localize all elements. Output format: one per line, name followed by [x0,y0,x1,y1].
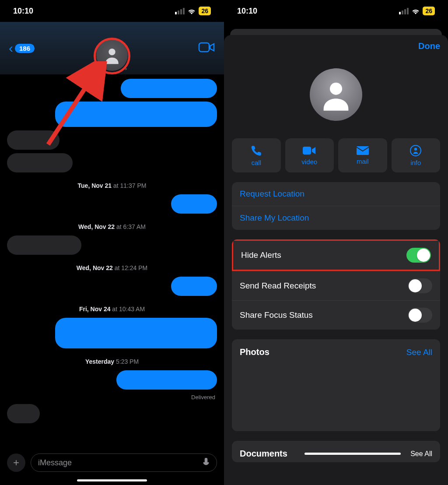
message-bubble-sent[interactable] [171,277,217,296]
share-my-location-row[interactable]: Share My Location [232,206,440,230]
documents-see-all-button[interactable]: See All [410,450,432,458]
info-person-icon [410,145,421,156]
documents-card: Documents See All [232,441,440,462]
done-button[interactable]: Done [418,41,440,51]
timestamp-separator: Fri, Nov 24 at 10:43 AM [7,306,217,313]
wifi-icon [411,7,420,14]
cellular-icon [399,8,409,14]
contact-detail-screen: 10:10 26 Done call video mail [224,0,448,485]
timestamp-separator: Yesterday 5:23 PM [7,358,217,365]
attach-button[interactable]: + [7,453,25,472]
conversation-header: ‹ 186 › [0,22,224,74]
message-bubble-received[interactable] [7,153,73,172]
action-label: mail [357,158,369,165]
row-label: Share My Location [240,213,309,223]
home-indicator[interactable] [77,479,147,481]
documents-title: Documents [240,449,287,459]
person-icon [102,46,122,65]
chevron-right-icon: › [125,65,127,72]
back-button[interactable]: ‹ 186 [9,41,35,56]
battery-indicator: 26 [423,7,435,15]
svg-rect-1 [199,43,209,52]
contact-name-row[interactable]: › [97,65,127,72]
person-icon [318,77,354,112]
mail-icon [357,146,369,155]
facetime-button[interactable] [198,41,215,55]
video-icon [303,146,316,155]
row-label: Share Focus Status [240,310,313,320]
detail-sheet: Done call video mail info [224,35,448,485]
notifications-card: Hide Alerts Send Read Receipts Share Foc… [232,239,440,330]
delivered-label: Delivered [191,394,215,401]
row-label: Hide Alerts [241,250,281,260]
share-focus-status-row[interactable]: Share Focus Status [232,300,440,330]
status-time: 10:10 [237,7,257,16]
message-bubble-received[interactable] [7,130,60,150]
action-label: video [301,158,317,165]
action-label: call [251,159,261,166]
status-indicators: 26 [399,7,435,15]
contact-avatar[interactable] [310,68,362,121]
read-receipts-toggle[interactable] [408,278,432,293]
message-input[interactable]: iMessage [31,453,217,472]
status-bar: 10:10 26 [0,0,224,22]
call-button[interactable]: call [232,138,281,172]
timestamp-separator: Tue, Nov 21 at 11:37 PM [7,182,217,189]
focus-status-toggle[interactable] [408,308,432,323]
hide-alerts-row[interactable]: Hide Alerts [232,239,440,271]
svg-point-4 [330,83,342,95]
unread-badge: 186 [15,44,35,53]
message-placeholder: iMessage [38,458,72,467]
send-read-receipts-row[interactable]: Send Read Receipts [232,271,440,300]
message-bubble-sent[interactable] [55,318,217,348]
message-bubble-received[interactable] [7,404,40,423]
request-location-row[interactable]: Request Location [232,182,440,206]
timestamp-separator: Wed, Nov 22 at 12:24 PM [7,264,217,271]
photos-see-all-button[interactable]: See All [406,348,432,357]
photos-title: Photos [240,347,270,357]
messages-screen: 10:10 26 ‹ 186 › [0,0,224,485]
svg-rect-5 [303,147,311,155]
svg-point-0 [108,49,115,55]
compose-bar: + iMessage [0,453,224,472]
row-label: Send Read Receipts [240,281,316,291]
message-bubble-sent[interactable] [55,102,217,127]
info-button[interactable]: info [392,138,441,172]
timestamp-separator: Wed, Nov 22 at 6:37 AM [7,223,217,230]
action-label: info [410,159,421,166]
message-bubble-sent[interactable] [121,79,217,98]
location-card: Request Location Share My Location [232,182,440,230]
message-bubble-sent[interactable] [116,370,217,390]
document-preview-line [304,453,401,455]
row-label: Request Location [240,189,304,199]
photos-card: Photos See All [232,339,440,431]
video-button[interactable]: video [285,138,334,172]
hide-alerts-toggle[interactable] [406,248,431,263]
wifi-icon [187,7,196,14]
svg-point-8 [414,148,417,151]
cellular-icon [175,8,185,14]
messages-list[interactable]: Tue, Nov 21 at 11:37 PM Wed, Nov 22 at 6… [0,74,224,423]
status-bar: 10:10 26 [224,0,448,22]
message-bubble-received[interactable] [7,235,81,255]
mic-icon[interactable] [203,458,210,467]
status-indicators: 26 [175,7,211,15]
chevron-left-icon: ‹ [9,41,13,56]
plus-icon: + [13,457,19,469]
action-buttons-row: call video mail info [232,138,440,172]
status-time: 10:10 [13,7,33,16]
message-bubble-sent[interactable] [171,194,217,214]
battery-indicator: 26 [199,7,211,15]
phone-icon [251,145,262,156]
mail-button[interactable]: mail [338,138,387,172]
